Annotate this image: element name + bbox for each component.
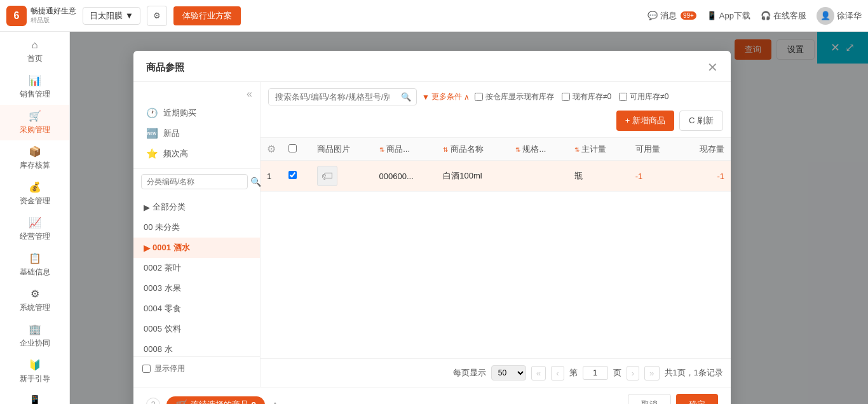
- new-products-item[interactable]: 🆕 新品: [141, 124, 252, 143]
- page-label: 第: [569, 367, 578, 379]
- right-panel: 🔍 ▼ 更多条件 ∧ 按仓库显示现有库存: [261, 82, 731, 387]
- page-input[interactable]: [583, 366, 608, 380]
- filter-label: 更多条件: [431, 91, 462, 102]
- category-0005[interactable]: 0005 饮料: [133, 319, 260, 339]
- warehouse-filter-label[interactable]: 按仓库显示现有库存: [475, 91, 554, 102]
- cart-area[interactable]: 🛒 连续选择的商品 0: [166, 396, 265, 405]
- message-icon: 💬: [648, 11, 658, 20]
- page-size-select[interactable]: 50 10 20 100: [491, 365, 526, 380]
- sort-icon-unit[interactable]: ⇅: [574, 146, 580, 153]
- last-page-button[interactable]: »: [644, 366, 659, 380]
- top-nav: 6 畅捷通好生意 精品版 日太阳膜 ▼ ⚙ 体验行业方案 💬 消息 99+ 📱 …: [0, 0, 868, 32]
- help-icon[interactable]: ?: [146, 398, 160, 404]
- new-icon: 🆕: [146, 128, 158, 139]
- sidebar-label-system: 系统管理: [20, 302, 50, 313]
- refresh-table-button[interactable]: C 刷新: [679, 111, 723, 131]
- sidebar-label-basics: 基础信息: [20, 267, 50, 278]
- unit-col-header: ⇅ 主计量: [568, 138, 629, 161]
- logo-icon: 6: [6, 6, 27, 26]
- stock-nz-checkbox[interactable]: [562, 93, 570, 101]
- category-label-0005: 0005 饮料: [144, 323, 181, 335]
- frequent-item[interactable]: ⭐ 频次高: [141, 144, 252, 163]
- toolbar-right: + 新增商品 C 刷新: [616, 111, 723, 131]
- table-settings-icon[interactable]: ⚙: [267, 144, 276, 154]
- logo-area: 6 畅捷通好生意 精品版: [6, 6, 76, 26]
- sort-icon-spec[interactable]: ⇅: [515, 146, 520, 153]
- phone-icon: 📱: [707, 11, 717, 20]
- category-0001[interactable]: ▶ 0001 酒水: [133, 238, 260, 258]
- sidebar-item-inventory[interactable]: 📦 库存核算: [0, 140, 69, 176]
- first-page-button[interactable]: «: [531, 366, 546, 380]
- sidebar-label-inventory: 库存核算: [20, 160, 50, 171]
- recent-purchases-item[interactable]: 🕐 近期购买: [141, 104, 252, 123]
- selector-label: 日太阳膜: [90, 10, 123, 22]
- experience-button[interactable]: 体验行业方案: [173, 6, 241, 25]
- select-all-checkbox[interactable]: [288, 144, 297, 152]
- sidebar-item-finance[interactable]: 💰 资金管理: [0, 176, 69, 212]
- modal-close-button[interactable]: ✕: [707, 60, 718, 75]
- collapse-footer-icon[interactable]: ∧: [271, 399, 279, 405]
- category-all[interactable]: ▶ 全部分类: [133, 197, 260, 217]
- sidebar-item-enterprise[interactable]: 🏢 企业协同: [0, 318, 69, 354]
- message-nav-item[interactable]: 💬 消息 99+: [648, 10, 696, 22]
- next-page-button[interactable]: ›: [627, 366, 639, 380]
- service-label: 在线客服: [773, 10, 806, 22]
- category-search-input[interactable]: [141, 174, 248, 189]
- modal-body: « 🕐 近期购买 🆕 新品 ⭐ 频次高: [133, 82, 731, 387]
- spec-col-header: ⇅ 规格...: [509, 138, 568, 161]
- product-search-input[interactable]: [269, 89, 396, 105]
- more-filters-button[interactable]: ▼ 更多条件 ∧: [422, 91, 470, 102]
- table-row[interactable]: 1 🏷 000600... 白酒100ml: [261, 161, 731, 192]
- gear-icon: ⚙: [153, 11, 161, 20]
- row-checkbox[interactable]: [288, 171, 297, 179]
- left-top-btns: « 🕐 近期购买 🆕 新品 ⭐ 频次高: [133, 88, 260, 169]
- sidebar-item-sales[interactable]: 📊 销售管理: [0, 69, 69, 105]
- stock-nz-label-text: 现有库存≠0: [573, 91, 611, 102]
- settings-col-header: ⚙: [261, 138, 282, 161]
- avail-nz-checkbox[interactable]: [619, 93, 627, 101]
- row-stock: -1: [680, 161, 731, 192]
- nav-selector[interactable]: 日太阳膜 ▼: [83, 7, 140, 25]
- cancel-button[interactable]: 取消: [628, 394, 671, 404]
- headset-icon: 🎧: [761, 11, 771, 20]
- service-item[interactable]: 🎧 在线客服: [761, 10, 806, 22]
- show-disabled-checkbox[interactable]: [142, 365, 151, 373]
- operations-icon: 📈: [29, 217, 41, 229]
- sidebar-item-basics[interactable]: 📋 基础信息: [0, 247, 69, 283]
- main-layout: ⌂ 首页 📊 销售管理 🛒 采购管理 📦 库存核算 💰 资金管理 📈 经营管理 …: [0, 32, 868, 404]
- category-0004[interactable]: 0004 零食: [133, 299, 260, 319]
- category-00[interactable]: 00 未分类: [133, 217, 260, 238]
- category-0003[interactable]: 0003 水果: [133, 278, 260, 299]
- avail-nz-filter-label[interactable]: 可用库存≠0: [619, 91, 668, 102]
- sidebar-item-operations[interactable]: 📈 经营管理: [0, 212, 69, 247]
- filter-icon: ▼: [422, 93, 430, 102]
- nav-right: 💬 消息 99+ 📱 App下载 🎧 在线客服 👤 徐泽华: [648, 7, 862, 25]
- product-thumbnail: 🏷: [317, 166, 337, 186]
- category-arrow-all: ▶: [144, 203, 150, 212]
- category-0008[interactable]: 0008 水: [133, 339, 260, 356]
- user-item[interactable]: 👤 徐泽华: [817, 7, 862, 25]
- category-search-icon[interactable]: 🔍: [250, 177, 261, 187]
- sort-icon-code[interactable]: ⇅: [379, 146, 384, 153]
- sidebar-item-appcenter[interactable]: 📱 应用中心: [0, 389, 69, 404]
- sidebar-item-newbie[interactable]: 🔰 新手引导: [0, 354, 69, 389]
- add-product-button[interactable]: + 新增商品: [616, 111, 674, 131]
- filter-up-icon: ∧: [464, 93, 470, 102]
- sidebar-item-system[interactable]: ⚙ 系统管理: [0, 283, 69, 318]
- collapse-left-icon[interactable]: «: [247, 88, 252, 100]
- product-search-icon[interactable]: 🔍: [396, 89, 416, 105]
- prev-page-button[interactable]: ‹: [551, 366, 564, 380]
- sort-icon-name[interactable]: ⇅: [443, 146, 448, 153]
- sidebar-item-home[interactable]: ⌂ 首页: [0, 34, 69, 69]
- sidebar-item-purchase[interactable]: 🛒 采购管理: [0, 105, 69, 140]
- stock-nz-filter-label[interactable]: 现有库存≠0: [562, 91, 611, 102]
- gear-button[interactable]: ⚙: [147, 6, 167, 26]
- warehouse-checkbox[interactable]: [475, 93, 483, 101]
- row-avail: -1: [629, 161, 680, 192]
- category-0002[interactable]: 0002 茶叶: [133, 258, 260, 278]
- product-reference-modal: 商品参照 ✕ « 🕐 近期购买 🆕: [133, 51, 731, 404]
- message-badge: 99+: [681, 11, 696, 20]
- image-col-header: 商品图片: [311, 138, 373, 161]
- app-download-item[interactable]: 📱 App下载: [707, 10, 750, 22]
- confirm-button[interactable]: 确定: [676, 394, 718, 404]
